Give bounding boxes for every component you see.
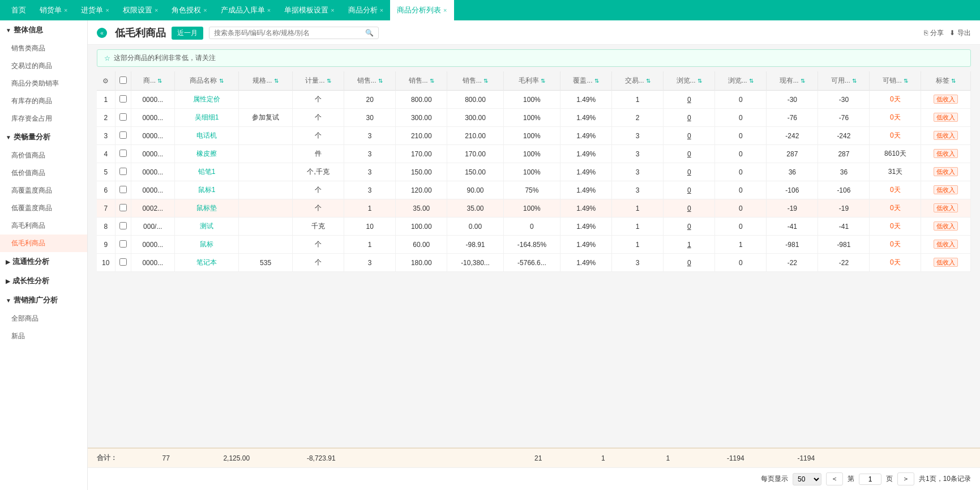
- close-icon[interactable]: ×: [443, 7, 447, 14]
- sidebar-item-traded-goods[interactable]: 交易过的商品: [0, 57, 87, 75]
- col-saleable[interactable]: 可销... ⇅: [870, 71, 921, 91]
- row-checkbox[interactable]: [115, 218, 131, 236]
- row-gross-margin: 100%: [503, 199, 560, 218]
- row-name[interactable]: 鼠标垫: [175, 199, 239, 218]
- nav-item-product-analysis-list[interactable]: 商品分析列表 ×: [390, 0, 453, 20]
- sidebar-item-high-coverage[interactable]: 高覆盖度商品: [0, 182, 87, 199]
- sidebar-item-stock-capital[interactable]: 库存资金占用: [0, 110, 87, 127]
- nav-item-home[interactable]: 首页: [5, 0, 33, 20]
- row-browse1[interactable]: 0: [664, 91, 715, 109]
- col-trade[interactable]: 交易... ⇅: [612, 71, 664, 91]
- row-name[interactable]: 铅笔1: [175, 163, 239, 181]
- row-checkbox[interactable]: [115, 127, 131, 145]
- row-checkbox[interactable]: [115, 163, 131, 181]
- row-name[interactable]: 吴细细1: [175, 109, 239, 127]
- export-btn[interactable]: ⬇ 导出: [949, 28, 971, 38]
- pagination-bar: 每页显示 50 20 100 ＜ 第 页 ＞ 共1页，10条记录: [88, 467, 980, 490]
- row-sale-price: 800.00: [396, 91, 447, 109]
- select-all-checkbox[interactable]: [119, 76, 127, 84]
- col-sale-amount[interactable]: 销售... ⇅: [447, 71, 503, 91]
- row-browse1[interactable]: 0: [664, 218, 715, 236]
- col-name[interactable]: 商品名称 ⇅: [175, 71, 239, 91]
- nav-item-product-analysis[interactable]: 商品分析 ×: [341, 0, 390, 20]
- close-icon[interactable]: ×: [203, 7, 207, 14]
- close-icon[interactable]: ×: [155, 7, 158, 14]
- share-btn[interactable]: ⎘ 分享: [924, 28, 944, 38]
- row-name[interactable]: 橡皮擦: [175, 145, 239, 163]
- sidebar-section-overall[interactable]: ▼ 整体信息: [0, 20, 87, 40]
- row-sale-amount: 170.00: [447, 145, 503, 163]
- prev-page-btn[interactable]: ＜: [826, 472, 843, 485]
- row-browse1[interactable]: 1: [664, 236, 715, 254]
- filter-period-btn[interactable]: 近一月: [172, 27, 203, 40]
- close-icon[interactable]: ×: [105, 7, 109, 14]
- row-checkbox[interactable]: [115, 236, 131, 254]
- row-checkbox[interactable]: [115, 199, 131, 218]
- col-code[interactable]: 商... ⇅: [131, 71, 175, 91]
- col-unit[interactable]: 计量... ⇅: [293, 71, 344, 91]
- row-checkbox[interactable]: [115, 109, 131, 127]
- sidebar-item-low-value[interactable]: 低价值商品: [0, 164, 87, 182]
- row-name[interactable]: 电话机: [175, 127, 239, 145]
- row-name[interactable]: 鼠标: [175, 236, 239, 254]
- sidebar-item-high-margin[interactable]: 高毛利商品: [0, 217, 87, 235]
- row-name[interactable]: 笔记本: [175, 254, 239, 272]
- sidebar-section-marketing[interactable]: ▼ 营销推广分析: [0, 291, 87, 310]
- col-coverage[interactable]: 覆盖... ⇅: [560, 71, 612, 91]
- col-available[interactable]: 可用... ⇅: [818, 71, 870, 91]
- close-icon[interactable]: ×: [267, 7, 271, 14]
- row-unit: 个,千克: [293, 163, 344, 181]
- sidebar-item-high-value[interactable]: 高价值商品: [0, 147, 87, 164]
- row-name[interactable]: 鼠标1: [175, 181, 239, 199]
- collapse-sidebar-btn[interactable]: «: [97, 28, 107, 38]
- next-page-btn[interactable]: ＞: [897, 472, 914, 485]
- sidebar-section-volume-analysis[interactable]: ▼ 类畅量分析: [0, 127, 87, 147]
- search-icon[interactable]: 🔍: [365, 29, 374, 37]
- row-checkbox[interactable]: [115, 91, 131, 109]
- row-browse1[interactable]: 0: [664, 199, 715, 218]
- col-spec[interactable]: 规格... ⇅: [238, 71, 292, 91]
- sidebar-item-category-rate[interactable]: 商品分类助销率: [0, 75, 87, 92]
- col-settings[interactable]: ⚙: [97, 71, 115, 91]
- search-input[interactable]: [214, 29, 365, 37]
- row-checkbox[interactable]: [115, 254, 131, 272]
- col-sale-count[interactable]: 销售... ⇅: [344, 71, 396, 91]
- row-checkbox[interactable]: [115, 181, 131, 199]
- sidebar-item-all-goods[interactable]: 全部商品: [0, 310, 87, 327]
- row-browse1[interactable]: 0: [664, 127, 715, 145]
- col-browse2[interactable]: 浏览... ⇅: [715, 71, 767, 91]
- nav-item-roles[interactable]: 角色授权 ×: [165, 0, 213, 20]
- row-name[interactable]: 测试: [175, 218, 239, 236]
- col-current[interactable]: 现有... ⇅: [767, 71, 818, 91]
- nav-item-sales[interactable]: 销货单 ×: [33, 0, 74, 20]
- row-unit: 个: [293, 199, 344, 218]
- page-number-input[interactable]: [859, 474, 881, 485]
- sidebar-item-low-margin[interactable]: 低毛利商品: [0, 235, 87, 252]
- sidebar-item-new-goods[interactable]: 新品: [0, 327, 87, 345]
- col-gross-margin[interactable]: 毛利率 ⇅: [503, 71, 560, 91]
- row-code: 0000...: [131, 91, 175, 109]
- col-browse1[interactable]: 浏览... ⇅: [664, 71, 715, 91]
- row-browse1[interactable]: 0: [664, 254, 715, 272]
- sidebar-item-in-stock[interactable]: 有库存的商品: [0, 92, 87, 110]
- sidebar-item-sales-goods[interactable]: 销售类商品: [0, 40, 87, 57]
- sidebar-item-low-coverage[interactable]: 低覆盖度商品: [0, 199, 87, 217]
- row-browse1[interactable]: 0: [664, 181, 715, 199]
- nav-item-template-settings[interactable]: 单据模板设置 ×: [277, 0, 341, 20]
- col-tag[interactable]: 标签 ⇅: [921, 71, 971, 91]
- row-browse1[interactable]: 0: [664, 163, 715, 181]
- row-browse1[interactable]: 0: [664, 145, 715, 163]
- nav-item-permissions[interactable]: 权限设置 ×: [116, 0, 165, 20]
- sidebar-section-growth[interactable]: ▶ 成长性分析: [0, 271, 87, 291]
- row-browse1[interactable]: 0: [664, 109, 715, 127]
- row-name[interactable]: 属性定价: [175, 91, 239, 109]
- sidebar-section-circulation[interactable]: ▶ 流通性分析: [0, 252, 87, 271]
- close-icon[interactable]: ×: [331, 7, 334, 14]
- close-icon[interactable]: ×: [380, 7, 383, 14]
- nav-item-finished-goods[interactable]: 产成品入库单 ×: [214, 0, 277, 20]
- row-checkbox[interactable]: [115, 145, 131, 163]
- per-page-select[interactable]: 50 20 100: [793, 473, 821, 485]
- close-icon[interactable]: ×: [64, 7, 67, 14]
- col-sale-price[interactable]: 销售... ⇅: [396, 71, 447, 91]
- nav-item-purchase[interactable]: 进货单 ×: [74, 0, 115, 20]
